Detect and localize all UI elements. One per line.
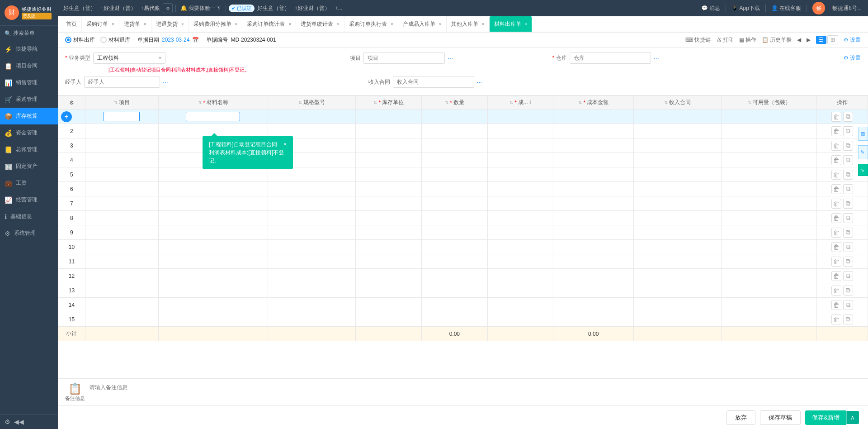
row-spec-8[interactable] (268, 211, 356, 225)
nav-link-yidaizhang[interactable]: +易代账 (139, 5, 162, 12)
sidebar-item-固定资产[interactable]: 🏢固定资产 (0, 158, 58, 175)
tooltip-close-button[interactable]: × (283, 140, 287, 148)
row-cost-amount-2[interactable] (553, 124, 634, 138)
row-material-7[interactable] (158, 196, 268, 211)
row-project-11[interactable] (85, 254, 158, 269)
print-button[interactable]: 🖨 打印 (716, 36, 734, 44)
row-cost-amount-9[interactable] (553, 225, 634, 240)
message-button[interactable]: 💬 消息 (701, 5, 720, 12)
discard-button[interactable]: 放弃 (726, 410, 755, 425)
sidebar-item-项目合同[interactable]: 📋项目合同 (0, 57, 58, 74)
col-sort-icon9[interactable]: ⇅ (748, 100, 751, 105)
row-unit-cell[interactable] (356, 110, 422, 124)
row-material-5[interactable] (158, 167, 268, 182)
row-material-8[interactable] (158, 211, 268, 225)
row-spec-9[interactable] (268, 225, 356, 240)
copy-row-12-button[interactable]: ⧉ (843, 271, 853, 281)
quick-key-button[interactable]: ⌨ 快捷键 (685, 36, 711, 44)
nav-link-haoyecai[interactable]: +好业财（普） (99, 5, 138, 12)
row-available-13[interactable] (722, 283, 816, 298)
user-avatar[interactable]: 畅 (812, 2, 825, 14)
row-cost-5[interactable] (487, 167, 553, 182)
date-value[interactable]: 2023-03-24 (162, 37, 189, 43)
search-menu-button[interactable]: 🔍 搜索菜单 (0, 26, 58, 41)
row-quantity-5[interactable] (422, 167, 488, 182)
row-material-12[interactable] (158, 269, 268, 283)
project-input[interactable] (363, 52, 445, 64)
row-project-2[interactable] (85, 124, 158, 138)
copy-row-4-button[interactable]: ⧉ (843, 155, 853, 165)
row-available-14[interactable] (722, 298, 816, 312)
add-row-button[interactable]: + (61, 111, 72, 122)
tab-5[interactable]: 采购订单统计表× (242, 16, 296, 32)
sidebar-item-库存核算[interactable]: 📦库存核算 (0, 108, 58, 124)
delete-row-14-button[interactable]: 🗑 (831, 300, 841, 310)
delete-row-10-button[interactable]: 🗑 (831, 242, 841, 252)
row-project-3[interactable] (85, 138, 158, 153)
row-available-7[interactable] (722, 196, 816, 211)
tab-4[interactable]: 采购费用分摊单× (189, 16, 243, 32)
tab-close-icon[interactable]: × (181, 22, 184, 27)
row-cost-amount-5[interactable] (553, 167, 634, 182)
save-new-arrow-button[interactable]: ∧ (846, 411, 859, 424)
copy-row-button[interactable]: ⧉ (843, 112, 853, 122)
row-unit-15[interactable] (356, 312, 422, 327)
row-cost-15[interactable] (487, 312, 553, 327)
row-quantity-11[interactable] (422, 254, 488, 269)
row-available-4[interactable] (722, 153, 816, 167)
row-spec-6[interactable] (268, 182, 356, 196)
delete-row-7-button[interactable]: 🗑 (831, 199, 841, 209)
row-income-contract-13[interactable] (634, 283, 722, 298)
tab-home[interactable]: 首页 (61, 16, 82, 32)
row-quantity-8[interactable] (422, 211, 488, 225)
row-cost-3[interactable] (487, 138, 553, 153)
copy-row-14-button[interactable]: ⧉ (843, 300, 853, 310)
row-material-6[interactable] (158, 182, 268, 196)
row-cost-amount-11[interactable] (553, 254, 634, 269)
row-cost-2[interactable] (487, 124, 553, 138)
row-unit-6[interactable] (356, 182, 422, 196)
nav-link-haoyecai2[interactable]: +好业财（普） (292, 5, 332, 12)
radio-material-out[interactable]: 材料出库 (65, 36, 95, 44)
right-tool-3[interactable]: ↗ (858, 164, 868, 176)
row-available-3[interactable] (722, 138, 816, 153)
row-quantity-6[interactable] (422, 182, 488, 196)
tab-close-icon[interactable]: × (288, 22, 291, 27)
tab-close-icon[interactable]: × (391, 22, 393, 27)
copy-row-3-button[interactable]: ⧉ (843, 141, 853, 151)
warehouse-input[interactable] (570, 52, 651, 64)
row-unit-9[interactable] (356, 225, 422, 240)
tab-close-icon[interactable]: × (525, 22, 528, 27)
settings-icon[interactable]: ⚙ (163, 3, 173, 13)
tab-7[interactable]: 采购订单执行表× (344, 16, 398, 32)
sidebar-item-销售管理[interactable]: 📊销售管理 (0, 74, 58, 91)
tab-close-icon[interactable]: × (482, 22, 485, 27)
delete-row-13-button[interactable]: 🗑 (831, 286, 841, 296)
row-project-12[interactable] (85, 269, 158, 283)
row-income-contract-9[interactable] (634, 225, 722, 240)
tab-close-icon[interactable]: × (144, 22, 146, 27)
sidebar-item-工资[interactable]: 💼工资 (0, 175, 58, 191)
row-quantity-4[interactable] (422, 153, 488, 167)
tab-9[interactable]: 其他入库单× (447, 16, 490, 32)
list-view-button[interactable]: ☰ (816, 36, 826, 44)
row-cost-amount-15[interactable] (553, 312, 634, 327)
row-available-8[interactable] (722, 211, 816, 225)
row-quantity-7[interactable] (422, 196, 488, 211)
settings-gear-icon[interactable]: ⚙ (5, 418, 10, 425)
row-quantity-14[interactable] (422, 298, 488, 312)
handler-dots-icon[interactable]: ··· (163, 78, 168, 86)
row-material-15[interactable] (158, 312, 268, 327)
tab-close-icon[interactable]: × (337, 22, 340, 27)
row-cost-9[interactable] (487, 225, 553, 240)
row-quantity-10[interactable] (422, 240, 488, 254)
row-available-10[interactable] (722, 240, 816, 254)
col-sort-icon6[interactable]: ⇅ (509, 100, 513, 105)
row-project-input[interactable] (104, 112, 140, 121)
copy-row-6-button[interactable]: ⧉ (843, 184, 853, 194)
handler-input[interactable] (84, 76, 160, 88)
row-material-input[interactable] (186, 112, 240, 121)
row-unit-4[interactable] (356, 153, 422, 167)
row-income-contract-15[interactable] (634, 312, 722, 327)
row-available-9[interactable] (722, 225, 816, 240)
